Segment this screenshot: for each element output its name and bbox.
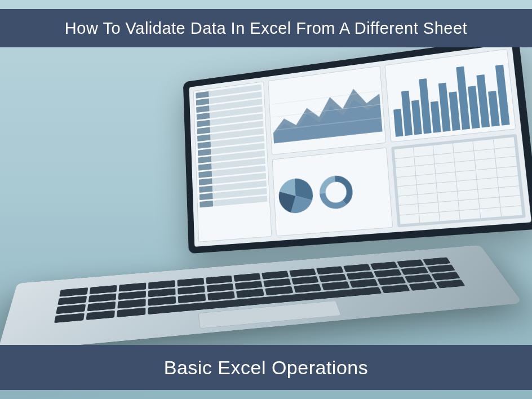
- area-chart-panel: [268, 66, 386, 155]
- excel-dashboard: [189, 43, 532, 247]
- bar-chart-icon: [388, 52, 513, 139]
- footer-banner: Basic Excel Operations: [0, 345, 532, 390]
- laptop-base: [0, 245, 522, 353]
- bar: [393, 109, 403, 137]
- spreadsheet-panel: [391, 134, 526, 228]
- pie-chart-icon: [276, 175, 316, 216]
- area-chart-icon: [271, 69, 383, 152]
- header-banner: How To Validate Data In Excel From A Dif…: [0, 9, 532, 47]
- bar: [401, 91, 413, 136]
- bar: [431, 101, 441, 133]
- bar: [411, 100, 422, 135]
- category-title: Basic Excel Operations: [164, 357, 369, 379]
- laptop-screen: [183, 36, 532, 254]
- page-title: How To Validate Data In Excel From A Dif…: [65, 19, 467, 38]
- pie-chart-panel: [272, 148, 393, 237]
- data-list-panel: [193, 81, 272, 242]
- donut-chart-icon: [318, 174, 354, 210]
- laptop-illustration: [17, 51, 515, 337]
- bar-chart-panel: [384, 48, 516, 142]
